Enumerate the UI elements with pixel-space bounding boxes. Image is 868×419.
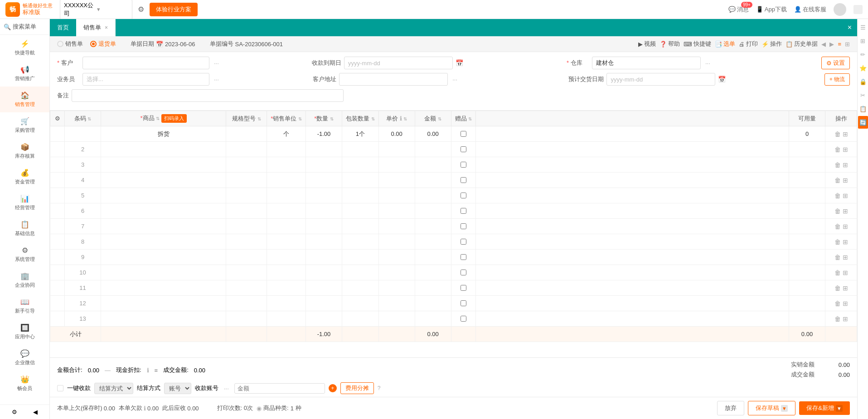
cell-product-1[interactable]: 拆货 — [101, 126, 226, 142]
sort-pack-qty[interactable]: ⇅ — [371, 116, 375, 121]
expense-split-button[interactable]: 费用分摊 — [340, 382, 374, 394]
sort-amount[interactable]: ⇅ — [438, 116, 441, 121]
warehouse-more-icon[interactable]: ··· — [703, 60, 712, 67]
gift-checkbox[interactable] — [461, 146, 466, 152]
gift-checkbox[interactable] — [461, 177, 466, 183]
gift-checkbox[interactable] — [461, 162, 466, 168]
view-grid-icon[interactable]: ⊞ — [845, 41, 850, 48]
sidebar-item-wechat[interactable]: 💬 企业微信 — [0, 345, 49, 371]
settings-button[interactable]: ⚙ 设置 — [821, 57, 850, 69]
payment-account-select[interactable]: 账号 — [164, 383, 191, 394]
cell-product[interactable] — [101, 142, 226, 157]
sidebar-item-basic[interactable]: 📋 基础信息 — [0, 216, 49, 241]
delete-icon[interactable]: 🗑 — [834, 192, 841, 199]
payment-amount-input[interactable] — [234, 383, 325, 394]
radio-sales[interactable]: 销售单 — [57, 40, 83, 48]
radio-return[interactable]: 退货单 — [90, 40, 116, 48]
nav-prev-icon[interactable]: ◀ — [821, 41, 826, 48]
message-button[interactable]: 💬 消息 99+ — [728, 5, 749, 14]
gift-checkbox[interactable] — [461, 300, 466, 306]
print-btn[interactable]: 🖨 打印 — [739, 40, 758, 48]
save-new-button[interactable]: 保存&新增 ▾ — [799, 401, 850, 415]
circle-icon[interactable]: ◉ — [257, 405, 262, 412]
shortcut-btn[interactable]: ⌨ 快捷键 — [684, 40, 711, 48]
copy-icon[interactable]: ⊞ — [843, 254, 848, 261]
trial-button[interactable]: 体验行业方案 — [150, 3, 198, 16]
copy-icon[interactable]: ⊞ — [843, 207, 848, 215]
expense-help-icon[interactable]: ? — [378, 385, 381, 391]
copy-icon[interactable]: ⊞ — [843, 315, 848, 323]
sidebar-item-system[interactable]: ⚙ 系统管理 — [0, 241, 49, 267]
tab-sales-order[interactable]: 销售单 × — [76, 19, 116, 36]
delete-icon[interactable]: 🗑 — [834, 177, 841, 184]
salesman-input[interactable]: 选择... — [82, 73, 209, 86]
right-panel-item-3[interactable]: ✏ — [858, 48, 868, 61]
salesman-more-icon[interactable]: ··· — [212, 76, 221, 83]
payment-more-icon[interactable]: ··· — [222, 385, 231, 392]
delete-icon[interactable]: 🗑 — [834, 223, 841, 230]
user-avatar[interactable] — [834, 3, 846, 16]
copy-icon-1[interactable]: ⊞ — [843, 130, 848, 138]
sort-unit[interactable]: ⇅ — [298, 116, 302, 121]
sidebar-item-sales[interactable]: 🏠 销售管理 — [0, 87, 49, 112]
copy-icon[interactable]: ⊞ — [843, 146, 848, 153]
sort-barcode[interactable]: ⇅ — [87, 116, 91, 121]
delete-icon[interactable]: 🗑 — [834, 315, 841, 323]
copy-icon[interactable]: ⊞ — [843, 269, 848, 276]
copy-icon[interactable]: ⊞ — [843, 192, 848, 199]
right-panel-item-orange[interactable]: 🔄 — [858, 116, 868, 129]
discard-button[interactable]: 放弃 — [717, 401, 744, 415]
payment-method-select[interactable]: 结算方式 — [94, 383, 133, 394]
cell-price-1[interactable]: 0.00 — [378, 126, 415, 142]
cell-gift-1[interactable] — [451, 126, 476, 142]
sort-spec[interactable]: ⇅ — [257, 116, 261, 121]
sidebar-item-appcenter[interactable]: 🔲 应用中心 — [0, 319, 49, 345]
right-panel-item-5[interactable]: 🔒 — [858, 75, 868, 88]
history-btn[interactable]: 📋 历史单据 — [786, 40, 818, 48]
one-click-checkbox[interactable] — [57, 385, 63, 391]
customer-more-icon[interactable]: ··· — [212, 60, 221, 67]
gift-checkbox[interactable] — [461, 316, 466, 322]
copy-icon[interactable]: ⊞ — [843, 223, 848, 230]
price-info-icon[interactable]: ℹ — [400, 115, 402, 122]
sort-gift[interactable]: ⇅ — [468, 116, 472, 121]
copy-icon[interactable]: ⊞ — [843, 177, 848, 184]
gift-checkbox[interactable] — [461, 285, 466, 291]
tab-close-icon[interactable]: × — [105, 24, 108, 31]
sidebar-item-marketing[interactable]: 📢 营销推广 — [0, 61, 49, 87]
save-draft-button[interactable]: 保存草稿 ▾ — [748, 401, 795, 415]
gift-checkbox[interactable] — [461, 270, 466, 275]
total-debit-help-icon[interactable]: ℹ — [144, 405, 146, 412]
sidebar-item-finance[interactable]: 💰 资金管理 — [0, 164, 49, 190]
copy-icon[interactable]: ⊞ — [843, 238, 848, 246]
cell-pack-qty-1[interactable]: 1个 — [342, 126, 378, 142]
gift-checkbox[interactable] — [461, 208, 466, 214]
gift-checkbox[interactable] — [461, 223, 466, 229]
sidebar-item-guide[interactable]: 📖 新手引导 — [0, 293, 49, 319]
warehouse-input[interactable]: 建材仓 — [592, 57, 701, 69]
view-list-icon[interactable]: ≡ — [838, 41, 841, 48]
customer-addr-more-icon[interactable]: ··· — [451, 76, 459, 83]
customer-input[interactable] — [82, 57, 209, 69]
cell-qty-1[interactable]: -1.00 — [305, 126, 342, 142]
copy-icon[interactable]: ⊞ — [843, 284, 848, 292]
delete-icon[interactable]: 🗑 — [834, 284, 841, 292]
tab-home[interactable]: 首页 — [50, 19, 76, 36]
copy-icon[interactable]: ⊞ — [843, 161, 848, 169]
nav-next-icon[interactable]: ▶ — [829, 41, 834, 48]
delete-icon[interactable]: 🗑 — [834, 269, 841, 276]
save-draft-arrow[interactable]: ▾ — [781, 405, 788, 412]
sidebar-item-shortcut[interactable]: ⚡ 快捷导航 — [0, 35, 49, 61]
gift-checkbox[interactable] — [461, 239, 466, 245]
operate-btn[interactable]: ⚡ 操作 — [761, 40, 782, 48]
cell-amount-1[interactable]: 0.00 — [415, 126, 451, 142]
sidebar-search[interactable]: 🔍 搜索菜单 — [0, 19, 49, 35]
sidebar-settings-icon[interactable]: ⚙ — [12, 409, 17, 415]
sidebar-item-purchase[interactable]: 🛒 采购管理 — [0, 112, 49, 138]
delete-icon[interactable]: 🗑 — [834, 207, 841, 215]
select-btn[interactable]: 📑 选单 — [715, 40, 735, 48]
sort-price[interactable]: ⇅ — [403, 116, 407, 121]
online-service-button[interactable]: 👤 在线客服 — [794, 5, 826, 14]
payment-date-calendar-icon[interactable]: 📅 — [456, 59, 463, 67]
right-panel-item-2[interactable]: ⊞ — [858, 34, 868, 47]
